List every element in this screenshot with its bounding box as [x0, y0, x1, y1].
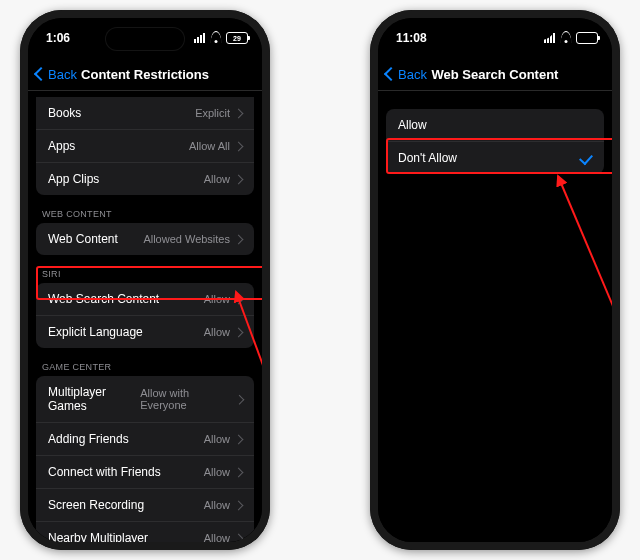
row-label: App Clips	[48, 172, 99, 186]
row-label: Books	[48, 106, 81, 120]
row-label: Apps	[48, 139, 75, 153]
row-apps[interactable]: Apps Allow All	[36, 129, 254, 162]
row-web-content[interactable]: Web Content Allowed Websites	[36, 223, 254, 255]
dynamic-island	[106, 28, 184, 50]
chevron-right-icon	[234, 434, 244, 444]
chevron-right-icon	[234, 467, 244, 477]
row-option-dont-allow[interactable]: Don't Allow	[386, 141, 604, 174]
wifi-icon	[559, 33, 572, 43]
row-web-search-content[interactable]: Web Search Content Allow	[36, 283, 254, 315]
chevron-right-icon	[234, 327, 244, 337]
row-explicit-language[interactable]: Explicit Language Allow	[36, 315, 254, 348]
row-value: Allow	[204, 499, 242, 511]
row-label: Web Search Content	[48, 292, 159, 306]
content-scroll[interactable]: Books Explicit Apps Allow All App Clips …	[28, 91, 262, 542]
content-scroll[interactable]: Allow Don't Allow	[378, 91, 612, 542]
group-siri: Web Search Content Allow Explicit Langua…	[36, 283, 254, 348]
wifi-icon	[209, 33, 222, 43]
row-screen-recording[interactable]: Screen Recording Allow	[36, 488, 254, 521]
chevron-right-icon	[234, 174, 244, 184]
group-options: Allow Don't Allow	[386, 109, 604, 174]
screen-right: 11:08 Back Web Search Content Allow	[378, 18, 612, 542]
chevron-right-icon	[234, 294, 244, 304]
row-label: Allow	[398, 118, 427, 132]
row-multiplayer-games[interactable]: Multiplayer Games Allow with Everyone	[36, 376, 254, 422]
chevron-right-icon	[234, 234, 244, 244]
status-time: 11:08	[396, 31, 427, 45]
status-time: 1:06	[46, 31, 70, 45]
nav-bar: Back Web Search Content	[378, 58, 612, 91]
row-app-clips[interactable]: App Clips Allow	[36, 162, 254, 195]
row-books[interactable]: Books Explicit	[36, 97, 254, 129]
row-value: Allowed Websites	[143, 233, 242, 245]
back-label: Back	[48, 67, 77, 82]
page-title: Content Restrictions	[81, 67, 209, 82]
section-header-siri: SIRI	[28, 255, 262, 283]
chevron-right-icon	[234, 141, 244, 151]
row-value: Explicit	[195, 107, 242, 119]
chevron-left-icon	[34, 67, 48, 81]
chevron-right-icon	[234, 500, 244, 510]
row-label: Don't Allow	[398, 151, 457, 165]
phone-left: 1:06 29 Back Content Restrictions Books …	[20, 10, 270, 550]
row-label: Screen Recording	[48, 498, 144, 512]
phone-right: 11:08 Back Web Search Content Allow	[370, 10, 620, 550]
row-value: Allow with Everyone	[140, 387, 242, 411]
row-value: Allow	[204, 532, 242, 542]
row-label: Explicit Language	[48, 325, 143, 339]
page-title: Web Search Content	[432, 67, 559, 82]
back-label: Back	[398, 67, 427, 82]
nav-bar: Back Content Restrictions	[28, 58, 262, 91]
row-value: Allow	[204, 466, 242, 478]
check-icon	[579, 151, 593, 165]
screen-left: 1:06 29 Back Content Restrictions Books …	[28, 18, 262, 542]
battery-icon: 29	[226, 32, 248, 44]
chevron-right-icon	[234, 394, 244, 404]
row-value: Allow	[204, 326, 242, 338]
row-value: Allow	[204, 173, 242, 185]
row-label: Nearby Multiplayer	[48, 531, 148, 542]
status-right: 29	[194, 32, 248, 44]
section-header-web: WEB CONTENT	[28, 195, 262, 223]
row-value	[580, 154, 592, 162]
row-label: Multiplayer Games	[48, 385, 140, 413]
row-value: Allow	[204, 293, 242, 305]
row-label: Connect with Friends	[48, 465, 161, 479]
group-gamecenter: Multiplayer Games Allow with Everyone Ad…	[36, 376, 254, 542]
chevron-left-icon	[384, 67, 398, 81]
row-connect-friends[interactable]: Connect with Friends Allow	[36, 455, 254, 488]
section-header-gamecenter: GAME CENTER	[28, 348, 262, 376]
row-value: Allow All	[189, 140, 242, 152]
row-value: Allow	[204, 433, 242, 445]
back-button[interactable]: Back	[386, 67, 427, 82]
group-web: Web Content Allowed Websites	[36, 223, 254, 255]
row-label: Adding Friends	[48, 432, 129, 446]
chevron-right-icon	[234, 108, 244, 118]
group-top: Books Explicit Apps Allow All App Clips …	[36, 97, 254, 195]
chevron-right-icon	[234, 533, 244, 542]
back-button[interactable]: Back	[36, 67, 77, 82]
row-adding-friends[interactable]: Adding Friends Allow	[36, 422, 254, 455]
battery-icon	[576, 32, 598, 44]
row-option-allow[interactable]: Allow	[386, 109, 604, 141]
notch	[435, 18, 555, 40]
cellular-icon	[194, 33, 205, 43]
row-label: Web Content	[48, 232, 118, 246]
row-nearby-multiplayer[interactable]: Nearby Multiplayer Allow	[36, 521, 254, 542]
